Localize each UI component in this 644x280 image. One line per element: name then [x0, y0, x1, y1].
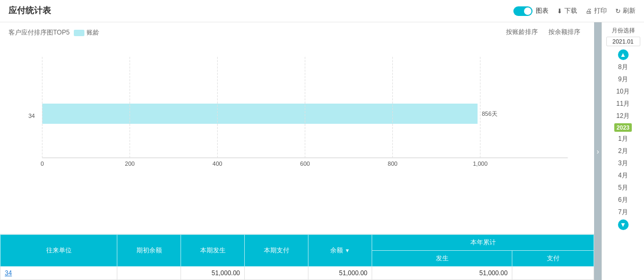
- legend-customer-label: 客户应付排序图TOP5: [8, 28, 70, 37]
- month-item-10[interactable]: 10月: [602, 86, 644, 98]
- month-item-5[interactable]: 5月: [602, 182, 644, 194]
- page-title: 应付统计表: [8, 5, 51, 16]
- bar-34: [42, 104, 478, 124]
- svg-text:200: 200: [125, 160, 134, 167]
- print-icon: 🖨: [586, 7, 592, 15]
- chevron-down-icon: ▼: [620, 221, 626, 228]
- chart-header: 客户应付排序图TOP5 账龄 按账龄排序 按余额排序: [8, 27, 586, 39]
- month-nav-up-button[interactable]: ▲: [618, 49, 629, 60]
- table-section: 往来单位 期初余额 本期发生 本期支付 余额 ▼ 本年累计 发生: [0, 234, 594, 280]
- month-item-12[interactable]: 12月: [602, 110, 644, 122]
- svg-text:856天: 856天: [482, 111, 497, 117]
- year-label-2023: 2023: [614, 123, 631, 132]
- month-item-2[interactable]: 2月: [602, 145, 644, 157]
- cell-balance: 51,000.00: [308, 267, 372, 280]
- th-ytd-pay: 支付: [512, 251, 594, 267]
- month-item-9[interactable]: 9月: [602, 73, 644, 86]
- download-icon: ⬇: [557, 7, 562, 15]
- sidebar-collapse-arrow[interactable]: ›: [594, 22, 602, 280]
- cell-ytd-pay: [512, 267, 594, 280]
- cell-current-pay: [245, 267, 308, 280]
- data-table: 往来单位 期初余额 本期发生 本期支付 余额 ▼ 本年累计 发生: [0, 234, 594, 280]
- refresh-button[interactable]: ↻ 刷新: [615, 6, 636, 15]
- year-input[interactable]: [606, 37, 640, 46]
- th-ytd-occur: 发生: [372, 251, 512, 267]
- th-ytd-group: 本年累计: [372, 235, 594, 251]
- svg-text:0: 0: [40, 160, 44, 167]
- chart-legend: 客户应付排序图TOP5 账龄: [8, 28, 99, 37]
- header: 应付统计表 图表 ⬇ 下载 🖨 打印 ↻ 刷新: [0, 0, 644, 22]
- month-item-7[interactable]: 7月: [602, 206, 644, 218]
- month-item-1[interactable]: 1月: [602, 133, 644, 145]
- th-opening: 期初余额: [117, 235, 181, 267]
- main-content: 客户应付排序图TOP5 账龄 按账龄排序 按余额排序: [0, 22, 644, 280]
- svg-text:800: 800: [388, 160, 397, 167]
- month-nav-down-button[interactable]: ▼: [618, 219, 629, 230]
- th-balance: 余额 ▼: [308, 235, 372, 267]
- header-actions: 图表 ⬇ 下载 🖨 打印 ↻ 刷新: [513, 6, 636, 16]
- svg-text:1,000: 1,000: [473, 160, 488, 167]
- svg-text:400: 400: [212, 160, 222, 167]
- month-item-11[interactable]: 11月: [602, 98, 644, 110]
- svg-text:34: 34: [28, 113, 35, 119]
- bar-chart-svg: 34 856天 0 200 400 600 800 1,000: [8, 41, 586, 184]
- chevron-up-icon: ▲: [620, 51, 626, 58]
- right-sidebar: 月份选择 ▲ 8月 9月 10月 11月 12月 2023 1月 2月 3月 4…: [602, 22, 644, 280]
- th-current-occur: 本期发生: [181, 235, 245, 267]
- sort-by-amount-button[interactable]: 按余额排序: [543, 27, 586, 39]
- month-item-8[interactable]: 8月: [602, 61, 644, 73]
- legend-account-color: [74, 30, 84, 36]
- month-item-6[interactable]: 6月: [602, 194, 644, 206]
- month-item-3[interactable]: 3月: [602, 157, 644, 169]
- legend-account: 账龄: [74, 28, 99, 37]
- sidebar-title: 月份选择: [612, 24, 635, 37]
- arrow-icon: ›: [597, 147, 599, 156]
- table-row: 34 51,000.00 51,000.00 51,000.00: [1, 267, 594, 280]
- chart-toggle[interactable]: [513, 6, 533, 16]
- svg-text:600: 600: [300, 160, 310, 167]
- chart-toggle-label: 图表: [536, 6, 548, 15]
- chart-sort-buttons: 按账龄排序 按余额排序: [501, 27, 586, 39]
- cell-unit: 34: [1, 267, 117, 280]
- th-unit: 往来单位: [1, 235, 117, 267]
- sort-by-balance-button[interactable]: 按账龄排序: [501, 27, 543, 39]
- left-area: 客户应付排序图TOP5 账龄 按账龄排序 按余额排序: [0, 22, 594, 280]
- cell-current-occur: 51,000.00: [181, 267, 245, 280]
- chart-section: 客户应付排序图TOP5 账龄 按账龄排序 按余额排序: [0, 22, 594, 234]
- chart-svg-area: 34 856天 0 200 400 600 800 1,000: [8, 41, 586, 184]
- chart-toggle-wrap: 图表: [513, 6, 548, 16]
- th-current-pay: 本期支付: [245, 235, 308, 267]
- legend-customer: 客户应付排序图TOP5: [8, 28, 70, 37]
- download-button[interactable]: ⬇ 下载: [557, 6, 577, 15]
- month-item-4[interactable]: 4月: [602, 169, 644, 182]
- cell-opening: [117, 267, 181, 280]
- refresh-icon: ↻: [615, 7, 621, 15]
- app-container: 应付统计表 图表 ⬇ 下载 🖨 打印 ↻ 刷新: [0, 0, 644, 280]
- legend-account-label: 账龄: [87, 28, 99, 37]
- unit-link[interactable]: 34: [5, 269, 12, 277]
- print-button[interactable]: 🖨 打印: [586, 6, 607, 15]
- cell-ytd-occur: 51,000.00: [372, 267, 512, 280]
